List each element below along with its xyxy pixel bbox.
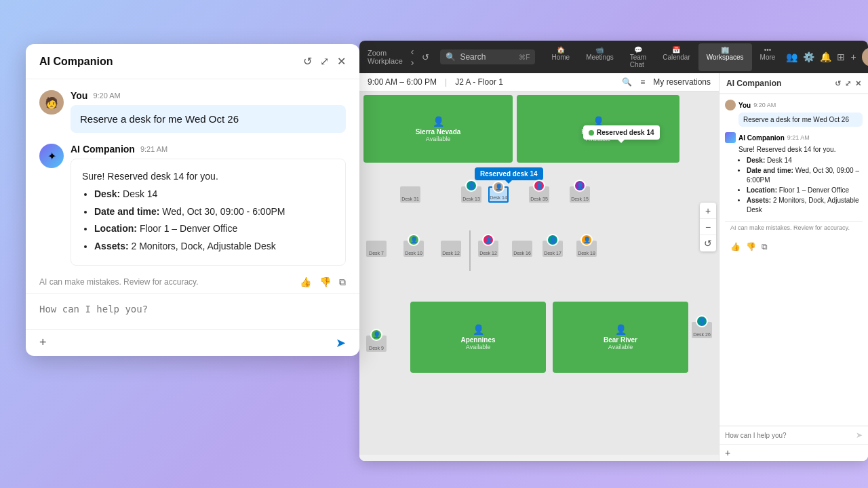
ai-message-row: ✦ AI Companion 9:21 AM Sure! Reserved de… — [39, 144, 346, 266]
desk-row-middle: Desk 7 👤 Desk 10 Desk 12 👤 — [359, 230, 719, 278]
thumbup-icon[interactable]: 👍 — [300, 277, 311, 288]
user-avatar[interactable] — [862, 47, 868, 66]
desk-17[interactable]: 👤 Desk 17 — [542, 241, 563, 257]
user-sender-label: You — [71, 90, 87, 101]
ai-input-area — [26, 293, 359, 329]
mini-footer: + — [719, 444, 868, 461]
desk-col-left: 👤 Desk 9 — [359, 302, 407, 383]
send-icon-mini[interactable]: ➤ — [856, 430, 863, 440]
desk-16[interactable]: Desk 16 — [512, 241, 532, 257]
settings-icon[interactable]: ⚙️ — [803, 52, 814, 62]
detail-date: Date and time: Wed, Oct 30, 09:00 - 6:00… — [94, 204, 334, 219]
nav-meetings[interactable]: 📹 Meetings — [578, 43, 622, 71]
desk-18[interactable]: 👤 Desk 18 — [576, 241, 597, 257]
my-reservations-btn[interactable]: My reservations — [653, 77, 711, 87]
send-button[interactable]: ➤ — [336, 336, 346, 350]
ai-avatar: ✦ — [39, 144, 64, 168]
expand-icon[interactable]: ⤢ — [320, 55, 329, 68]
desk-26[interactable]: 👤 Desk 26 — [692, 322, 712, 338]
desk-10[interactable]: 👤 Desk 10 — [403, 241, 424, 257]
ai-input-field[interactable] — [39, 304, 346, 320]
nav-home[interactable]: 🏠 Home — [543, 43, 578, 71]
bell-icon[interactable]: 🔔 — [820, 52, 831, 62]
room-sierra-nevada[interactable]: 👤 Sierra Nevada Available — [363, 95, 513, 163]
nav-workspaces[interactable]: 🏢 Workspaces — [698, 43, 752, 71]
home-icon: 🏠 — [557, 46, 565, 54]
ai-msg-time: 9:21 AM — [140, 145, 167, 153]
person-avatar-desk13: 👤 — [465, 180, 477, 192]
mini-ai-header-icons: ↺ ⤢ ✕ — [835, 79, 861, 88]
desk-13[interactable]: 👤 Desk 13 — [461, 186, 481, 203]
grid-icon[interactable]: ⊞ — [837, 52, 845, 62]
zoom-out-btn[interactable]: − — [700, 219, 716, 235]
add-attachment-btn[interactable]: + — [39, 336, 47, 350]
desk-14[interactable]: 👤 Desk 14 — [488, 186, 509, 203]
floor-map-header: 9:00 AM – 6:00 PM | J2 A - Floor 1 🔍 ≡ M… — [359, 73, 719, 92]
mini-ai-title: AI Companion — [726, 79, 781, 88]
detail-location: Location: Floor 1 – Denver Office — [94, 221, 334, 236]
desk-9[interactable]: 👤 Desk 9 — [366, 336, 387, 352]
nav-teamchat[interactable]: 💬 Team Chat — [622, 43, 654, 71]
ai-panel-title: AI Companion — [39, 56, 113, 68]
desk-row-upper: Desk 31 👤 Desk 13 👤 Desk 14 Reserved de — [359, 173, 719, 227]
room-bear-river[interactable]: 👤 Bear River Available — [553, 302, 688, 373]
add-btn-mini[interactable]: + — [725, 447, 730, 458]
desk-12b[interactable]: 👤 Desk 12 — [478, 241, 498, 257]
nav-calendar[interactable]: 📅 Calendar — [654, 43, 698, 71]
person-avatar-desk10: 👤 — [408, 234, 420, 246]
detail-assets: Assets: 2 Monitors, Dock, Adjustable Des… — [94, 239, 334, 253]
room-status-4: Available — [608, 344, 633, 350]
mini-ai-header: AI Companion ↺ ⤢ ✕ — [719, 73, 868, 94]
zoom-in-btn[interactable]: + — [700, 203, 716, 219]
desk-31[interactable]: Desk 31 — [400, 186, 420, 203]
expand-icon-mini[interactable]: ⤢ — [845, 79, 851, 88]
reset-btn[interactable]: ↺ — [700, 235, 716, 251]
person-avatar-desk26: 👤 — [696, 315, 708, 327]
mini-ai-msg: AI Companion 9:21 AM Sure! Reserved desk… — [725, 132, 863, 216]
room-status-3: Available — [466, 344, 490, 350]
mini-user-avatar — [725, 100, 736, 110]
desk-35[interactable]: 👤 Desk 35 — [529, 186, 549, 203]
mini-user-msg: You 9:20 AM Reserve a desk for me Wed Oc… — [725, 100, 863, 127]
copy-icon[interactable]: ⧉ — [339, 277, 346, 288]
room-status: Available — [426, 136, 450, 142]
nav-chevrons[interactable]: ‹ › — [408, 46, 417, 68]
room-apennines[interactable]: 👤 Apennines Available — [410, 302, 546, 373]
close-icon[interactable]: ✕ — [337, 55, 346, 68]
filter-icon[interactable]: ≡ — [640, 77, 645, 87]
ai-input-footer: + ➤ — [26, 329, 359, 356]
mini-ai-input[interactable] — [725, 432, 853, 439]
ai-icon-mini — [725, 132, 736, 143]
mini-user-bubble: Reserve a desk for me Wed Oct 26 — [738, 113, 863, 127]
mini-ai-panel: AI Companion ↺ ⤢ ✕ You 9:20 AM Reserve a… — [719, 73, 868, 461]
search-icon-map[interactable]: 🔍 — [622, 77, 632, 87]
reserved-dot — [589, 130, 594, 136]
user-avatar-main: 🧑 — [39, 90, 64, 115]
thumbdown-icon[interactable]: 👎 — [319, 277, 331, 288]
thumbs-down-icon[interactable]: 👎 — [746, 242, 756, 251]
thumbs-up-icon[interactable]: 👍 — [730, 242, 741, 251]
add-icon[interactable]: + — [850, 52, 856, 62]
desk-7[interactable]: Desk 7 — [366, 241, 387, 257]
date-range: 9:00 AM – 6:00 PM — [368, 77, 437, 87]
mini-reaction-icons: 👍 👎 ⧉ — [725, 239, 863, 254]
meetings-icon: 📹 — [595, 46, 604, 54]
close-icon-mini[interactable]: ✕ — [855, 79, 861, 88]
ai-msg-content: AI Companion 9:21 AM Sure! Reserved desk… — [71, 144, 346, 266]
refresh-icon[interactable]: ↺ — [419, 52, 432, 62]
search-label: Search — [460, 52, 486, 62]
floor-map-content: 👤 Sierra Nevada Available 👤 Himalayas Av… — [359, 92, 719, 455]
nav-more[interactable]: ••• More — [752, 43, 784, 71]
reaction-icons: 👍 👎 ⧉ — [300, 277, 346, 288]
desk-15[interactable]: 👤 Desk 15 — [570, 186, 590, 203]
more-icon: ••• — [764, 46, 772, 54]
desk-12[interactable]: Desk 12 — [441, 241, 461, 257]
search-icon: 🔍 — [446, 52, 456, 62]
copy-icon[interactable]: ⧉ — [762, 242, 768, 251]
search-bar[interactable]: 🔍 Search ⌘F — [440, 49, 535, 64]
history-icon-mini[interactable]: ↺ — [835, 79, 841, 88]
history-icon[interactable]: ↺ — [303, 55, 312, 68]
mini-ai-msg-header: AI Companion 9:21 AM — [725, 132, 863, 143]
people-icon[interactable]: 👥 — [786, 52, 797, 62]
person-avatar-desk17: 👤 — [547, 234, 559, 246]
